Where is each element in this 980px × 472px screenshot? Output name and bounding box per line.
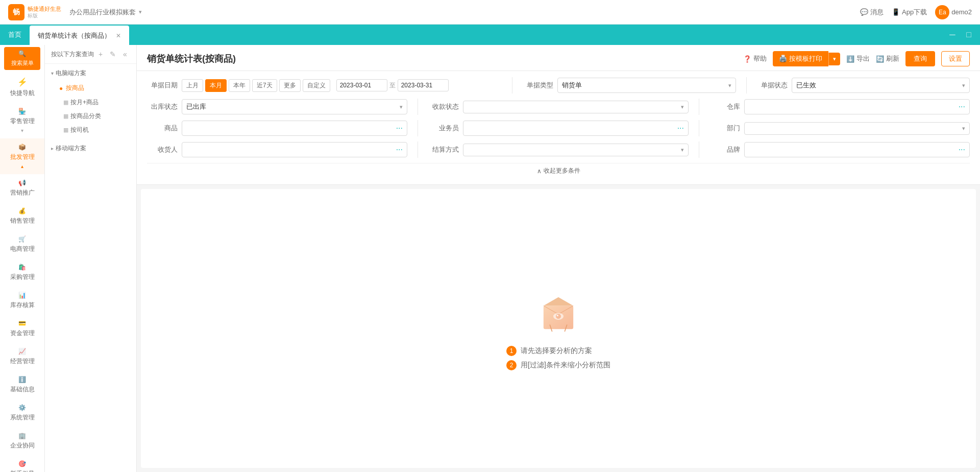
scheme-sub-icon-1: ▦ bbox=[63, 99, 68, 106]
export-button[interactable]: ⬇️ 导出 bbox=[846, 54, 870, 63]
query-button[interactable]: 查询 bbox=[905, 51, 935, 66]
search-icon: 🔍 bbox=[18, 50, 26, 57]
salesperson-picker[interactable]: ··· bbox=[463, 121, 689, 136]
refresh-button[interactable]: 🔄 刷新 bbox=[876, 54, 899, 63]
doc-type-arrow-icon: ▾ bbox=[728, 82, 731, 89]
filter-divider-6 bbox=[699, 120, 699, 136]
sidebar-item-ecommerce[interactable]: 🛒 电商管理 bbox=[0, 230, 44, 258]
page-title: 销货单统计表(按商品) bbox=[147, 53, 236, 65]
filter-doc-type: 单据类型 销货单 ▾ bbox=[523, 78, 736, 93]
tab-bar-actions: ─ □ bbox=[945, 28, 980, 42]
date-tab-this-month[interactable]: 本月 bbox=[205, 79, 227, 92]
sidebar-item-enterprise[interactable]: 🏢 企业协同 bbox=[0, 427, 44, 455]
settlement-dropdown[interactable]: ▾ bbox=[463, 144, 689, 156]
print-dropdown-button[interactable]: ▾ bbox=[828, 53, 840, 65]
collapse-filter-button[interactable]: ∧ 收起更多条件 bbox=[147, 163, 970, 178]
department-dropdown[interactable]: ▾ bbox=[744, 122, 970, 135]
warehouse-dots-icon[interactable]: ··· bbox=[959, 102, 965, 111]
date-tab-more[interactable]: 更多 bbox=[279, 79, 301, 92]
sidebar-item-marketing[interactable]: 📢 营销推广 bbox=[0, 174, 44, 202]
svg-point-5 bbox=[556, 314, 561, 319]
pay-status-dropdown[interactable]: ▾ bbox=[463, 101, 689, 113]
tab-bar: 首页 销货单统计表（按商品） ✕ ─ □ bbox=[0, 25, 980, 45]
purchase-icon: 🛍️ bbox=[18, 264, 26, 271]
product-picker[interactable]: ··· bbox=[182, 121, 407, 136]
doc-status-arrow-icon: ▾ bbox=[962, 82, 965, 89]
svg-marker-1 bbox=[544, 297, 573, 306]
tab-close-icon[interactable]: ✕ bbox=[116, 32, 121, 39]
date-to-input[interactable] bbox=[398, 79, 449, 91]
date-tab-last-month[interactable]: 上月 bbox=[182, 79, 203, 92]
scheme-sub-icon-2: ▦ bbox=[63, 113, 68, 120]
empty-hint-1: 1 请先选择要分析的方案 bbox=[506, 346, 610, 356]
date-from-input[interactable] bbox=[336, 79, 387, 91]
wholesale-icon: 📦 bbox=[18, 144, 26, 151]
tab-sales-report[interactable]: 销货单统计表（按商品） ✕ bbox=[30, 26, 129, 46]
empty-hint-2: 2 用[过滤]条件来缩小分析范围 bbox=[506, 360, 610, 370]
sidebar-item-purchase[interactable]: 🛍️ 采购管理 bbox=[0, 258, 44, 287]
message-icon: 💬 bbox=[860, 8, 868, 16]
sidebar-item-system[interactable]: ⚙️ 系统管理 bbox=[0, 399, 44, 427]
receiver-dots-icon[interactable]: ··· bbox=[396, 145, 403, 154]
filter-row-1: 单据日期 上月 本月 本年 近7天 更多 自定义 至 bbox=[147, 77, 970, 93]
user-menu[interactable]: Ea demo2 bbox=[935, 5, 972, 19]
add-scheme-button[interactable]: + bbox=[95, 49, 106, 59]
date-range-control: 上月 本月 本年 近7天 更多 自定义 至 bbox=[182, 79, 502, 92]
receiver-picker[interactable]: ··· bbox=[182, 142, 407, 157]
sidebar-item-wholesale[interactable]: 📦 批发管理 ▴ bbox=[0, 138, 44, 174]
sidebar-item-sales[interactable]: 💰 销售管理 bbox=[0, 202, 44, 230]
salesperson-label: 业务员 bbox=[428, 124, 459, 133]
salesperson-dots-icon[interactable]: ··· bbox=[677, 124, 684, 133]
pay-status-label: 收款状态 bbox=[428, 102, 459, 111]
scheme-group-arrow-icon: ▾ bbox=[51, 70, 54, 76]
settings-button[interactable]: 设置 bbox=[941, 51, 970, 66]
sidebar-item-operation[interactable]: 📈 经营管理 bbox=[0, 343, 44, 371]
scheme-item-by-month-product[interactable]: ▦ 按月+商品 bbox=[45, 96, 136, 109]
tab-maximize-button[interactable]: □ bbox=[962, 28, 976, 42]
tab-home[interactable]: 首页 bbox=[0, 25, 30, 45]
filter-warehouse: 仓库 ··· bbox=[709, 99, 970, 114]
sidebar-item-finance[interactable]: 💳 资金管理 bbox=[0, 315, 44, 343]
doc-status-dropdown[interactable]: 已生效 ▾ bbox=[792, 78, 970, 93]
scheme-item-by-product[interactable]: ● 按商品 bbox=[45, 81, 136, 96]
help-icon: ❓ bbox=[743, 55, 751, 63]
empty-hints: 1 请先选择要分析的方案 2 用[过滤]条件来缩小分析范围 bbox=[506, 346, 610, 370]
scheme-item-by-category[interactable]: ▦ 按商品分类 bbox=[45, 109, 136, 123]
sidebar-item-basic[interactable]: ℹ️ 基础信息 bbox=[0, 371, 44, 399]
scheme-item-by-cashier[interactable]: ▦ 按司机 bbox=[45, 123, 136, 137]
sidebar-item-quick-nav[interactable]: ⚡ 快捷导航 bbox=[0, 72, 44, 103]
warehouse-label: 仓库 bbox=[709, 102, 740, 111]
doc-type-dropdown[interactable]: 销货单 ▾ bbox=[557, 78, 736, 93]
header-right: 💬 消息 📱 App下载 Ea demo2 bbox=[860, 5, 972, 19]
out-status-label: 出库状态 bbox=[147, 102, 178, 111]
out-status-dropdown[interactable]: 已出库 ▾ bbox=[182, 99, 407, 114]
print-button[interactable]: 🖨️ 按模板打印 bbox=[773, 51, 828, 66]
date-tab-custom[interactable]: 自定义 bbox=[303, 79, 330, 92]
edit-scheme-button[interactable]: ✎ bbox=[108, 49, 118, 59]
date-tab-this-year[interactable]: 本年 bbox=[229, 79, 250, 92]
sidebar-item-inventory[interactable]: 📊 库存核算 bbox=[0, 287, 44, 315]
sidebar-item-newbie[interactable]: 🎯 新手引导 bbox=[0, 455, 44, 472]
breadcrumb-arrow-icon: ▾ bbox=[139, 9, 142, 15]
department-arrow-icon: ▾ bbox=[962, 125, 965, 132]
app-download-button[interactable]: 📱 App下载 bbox=[892, 8, 927, 17]
scheme-group-mobile-header[interactable]: ▸ 移动端方案 bbox=[45, 141, 136, 156]
warehouse-picker[interactable]: ··· bbox=[744, 99, 970, 114]
brand-picker[interactable]: ··· bbox=[744, 142, 970, 157]
sidebar-item-retail[interactable]: 🏪 零售管理 ▾ bbox=[0, 103, 44, 138]
message-button[interactable]: 💬 消息 bbox=[860, 8, 884, 17]
tab-minimize-button[interactable]: ─ bbox=[945, 28, 960, 42]
date-tab-7days[interactable]: 近7天 bbox=[252, 79, 277, 92]
collapse-panel-button[interactable]: « bbox=[120, 49, 130, 59]
help-button[interactable]: ❓ 帮助 bbox=[743, 54, 767, 63]
filter-settlement: 结算方式 ▾ bbox=[428, 144, 689, 156]
brand-dots-icon[interactable]: ··· bbox=[959, 145, 965, 154]
scheme-group-pc-header[interactable]: ▾ 电脑端方案 bbox=[45, 66, 136, 81]
product-dots-icon[interactable]: ··· bbox=[396, 124, 403, 133]
system-icon: ⚙️ bbox=[18, 404, 26, 411]
quick-nav-icon: ⚡ bbox=[17, 77, 28, 87]
doc-type-label: 单据类型 bbox=[523, 81, 553, 90]
sidebar-search[interactable]: 🔍 搜索菜单 bbox=[4, 47, 40, 70]
filter-doc-status: 单据状态 已生效 ▾ bbox=[757, 78, 970, 93]
export-icon: ⬇️ bbox=[846, 55, 854, 63]
